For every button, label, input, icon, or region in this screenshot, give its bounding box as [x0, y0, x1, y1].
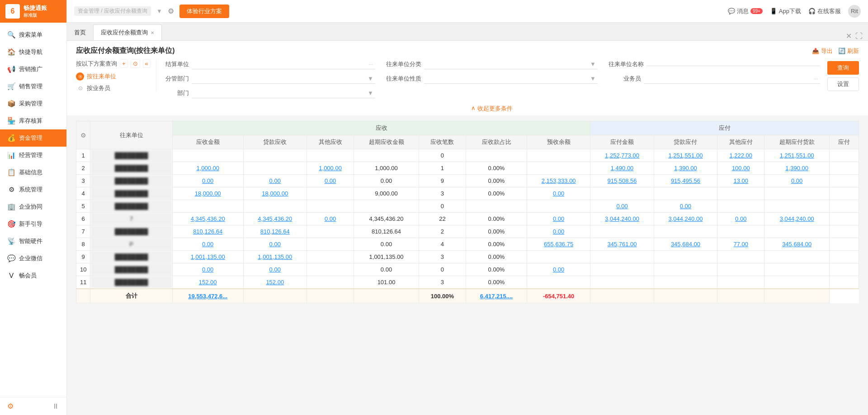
- footer-receivable-total[interactable]: 19,553,472,6...: [172, 289, 243, 303]
- setting-button[interactable]: 设置: [827, 77, 859, 91]
- nav-icon-member: Ⅴ: [7, 272, 15, 280]
- col-prepaid-balance: 预收余额: [527, 135, 590, 149]
- partner-cell: ████████: [90, 225, 172, 238]
- message-button[interactable]: 💬 消息 99+: [728, 7, 763, 15]
- breadcrumb: 资金管理 / 应收应付余额查询: [74, 6, 151, 16]
- table-row: 2████████1,000.001,000.001,000.0010.00%1…: [76, 162, 859, 175]
- sidebar-item-smart-hw[interactable]: 📡 智能硬件: [0, 233, 66, 250]
- tab-close-icon[interactable]: ✕: [151, 30, 154, 35]
- sidebar-item-member[interactable]: Ⅴ 畅会员: [0, 267, 66, 284]
- table-footer: 合计 19,553,472,6... 100.00% 6,417,215....…: [76, 289, 859, 303]
- online-service-button[interactable]: 🎧 在线客服: [808, 7, 841, 15]
- sidebar-item-wechat[interactable]: 💬 企业微信: [0, 250, 66, 267]
- app-download-button[interactable]: 📱 App下载: [770, 7, 801, 15]
- partner-nature-input[interactable]: ▼: [424, 74, 598, 84]
- edit-scheme-icon[interactable]: ⊙: [131, 59, 140, 68]
- nav-icon-quick-nav: 🏠: [7, 48, 15, 56]
- col-settings-header: ⚙: [76, 121, 90, 149]
- filter-form: 结算单位 ··· 往来单位分类 ▼: [164, 59, 820, 115]
- refresh-button[interactable]: 🔄 刷新: [838, 47, 859, 55]
- add-scheme-icon[interactable]: +: [120, 59, 128, 68]
- nav-icon-search: 🔍: [7, 31, 15, 39]
- footer-prepaid-total[interactable]: 6,417,215....: [466, 289, 527, 303]
- nav-label-smart-hw: 智能硬件: [19, 237, 42, 245]
- sidebar-item-system[interactable]: ⚙ 系统管理: [0, 181, 66, 198]
- user-avatar[interactable]: Rit: [848, 5, 861, 18]
- col-receivable-amount: 应收金额: [172, 135, 243, 149]
- sidebar-logo: 6 畅捷通账 标准版: [0, 0, 66, 23]
- export-button[interactable]: 📤 导出: [812, 47, 833, 55]
- table-row: 3████████0.000.000.000.0090.00%2,153,333…: [76, 175, 859, 187]
- sidebar-item-sales[interactable]: 🛒 销售管理: [0, 78, 66, 95]
- sidebar-footer[interactable]: ⚙ ⏸: [0, 397, 66, 415]
- filter-option-partner[interactable]: ㊜ 按往来单位: [76, 72, 151, 81]
- topbar-left: 资金管理 / 应收应付余额查询 ▼ ⚙ 体验行业方案: [74, 5, 229, 18]
- sidebar-item-guide[interactable]: 🎯 新手引导: [0, 215, 66, 233]
- sidebar-item-capital[interactable]: 💰 资金管理: [0, 129, 66, 147]
- sidebar-item-quick-nav[interactable]: 🏠 快捷导航: [0, 43, 66, 61]
- partner-cell: P: [90, 238, 172, 251]
- tab-home[interactable]: 首页: [67, 25, 93, 40]
- partner-cell: ████████: [90, 175, 172, 187]
- table-settings-icon[interactable]: ⚙: [80, 132, 86, 139]
- action-buttons: 查询 设置: [827, 59, 859, 91]
- nav-icon-guide: 🎯: [7, 220, 15, 228]
- filter-scheme-panel: 按以下方案查询 + ⊙ « ㊜ 按往来单位 ⊙: [76, 59, 156, 92]
- col-overdue-receivable: 超期应收金额: [354, 135, 419, 149]
- sidebar-item-enterprise[interactable]: 🏢 企业协同: [0, 198, 66, 215]
- salesperson-input[interactable]: ···: [644, 74, 820, 84]
- partner-category-input[interactable]: ▼: [424, 59, 598, 69]
- nav-icon-basic-info: 📋: [7, 168, 15, 176]
- solution-button[interactable]: 体验行业方案: [179, 5, 229, 18]
- footer-empty: [76, 289, 90, 303]
- sidebar-nav: 🔍 搜索菜单🏠 快捷导航📢 营销推广🛒 销售管理📦 采购管理🏪 库存核算💰 资金…: [0, 23, 66, 397]
- gear-icon[interactable]: ⚙: [168, 7, 174, 15]
- nav-label-search: 搜索菜单: [19, 31, 42, 39]
- option-partner-label: 按往来单位: [87, 72, 116, 81]
- option-salesperson-label: 按业务员: [87, 84, 110, 92]
- department-head-input[interactable]: ▼: [192, 74, 375, 84]
- logo-icon: 6: [5, 4, 20, 19]
- message-badge: 99+: [750, 8, 763, 14]
- department-input[interactable]: ▼: [192, 88, 375, 98]
- col-loan-payable: 贷款应付: [654, 135, 717, 149]
- tab-maximize-icon[interactable]: ⛶: [855, 32, 863, 40]
- partner-cell: ████████: [90, 149, 172, 162]
- table-row: 7████████810,126.64810,126.64810,126.642…: [76, 225, 859, 238]
- collapse-scheme-icon[interactable]: «: [143, 59, 151, 68]
- export-icon: 📤: [812, 48, 819, 54]
- sidebar-item-inventory[interactable]: 🏪 库存核算: [0, 112, 66, 129]
- settings-icon[interactable]: ⚙: [7, 402, 14, 410]
- col-receivable-ratio: 应收款占比: [466, 135, 527, 149]
- partner-name-input[interactable]: [646, 63, 820, 66]
- sidebar-item-basic-info[interactable]: 📋 基础信息: [0, 164, 66, 181]
- dropdown-icon[interactable]: ▼: [156, 8, 162, 14]
- content-area: 应收应付余额查询(按往来单位) 📤 导出 🔄 刷新: [67, 41, 868, 415]
- col-overdue-payable: 超期应付货款: [764, 135, 830, 149]
- footer-empty5: [590, 289, 654, 303]
- app-edition: 标准版: [24, 12, 47, 19]
- tab-query[interactable]: 应收应付余额查询 ✕: [93, 24, 162, 40]
- col-payable-amount: 应付金额: [590, 135, 654, 149]
- nav-label-basic-info: 基础信息: [19, 168, 42, 176]
- filter-option-salesperson[interactable]: ⊙ 按业务员: [76, 84, 151, 92]
- sidebar-item-marketing[interactable]: 📢 营销推广: [0, 61, 66, 78]
- tab-close-window-icon[interactable]: ✕: [846, 32, 852, 40]
- nav-icon-sales: 🛒: [7, 82, 15, 91]
- settlement-unit-input[interactable]: ···: [192, 59, 375, 69]
- collapse-more-btn[interactable]: ∧ 收起更多条件: [164, 102, 820, 115]
- sidebar-item-search[interactable]: 🔍 搜索菜单: [0, 26, 66, 43]
- partner-cell: 7: [90, 213, 172, 225]
- collapse-label: 收起更多条件: [477, 105, 513, 113]
- nav-icon-marketing: 📢: [7, 65, 15, 73]
- partner-cell: ████████: [90, 200, 172, 213]
- filter-partner-category: 往来单位分类 ▼: [386, 59, 598, 69]
- filter-partner-nature: 往来单位性质 ▼: [386, 74, 598, 84]
- sidebar-item-purchase[interactable]: 📦 采购管理: [0, 95, 66, 112]
- sidebar-item-operation[interactable]: 📊 经营管理: [0, 147, 66, 164]
- department-head-label: 分管部门: [164, 75, 189, 83]
- collapse-icon[interactable]: ⏸: [52, 402, 59, 410]
- query-button[interactable]: 查询: [827, 61, 859, 75]
- table-row: 674,345,436.204,345,436.200.004,345,436.…: [76, 213, 859, 225]
- footer-empty2: [243, 289, 307, 303]
